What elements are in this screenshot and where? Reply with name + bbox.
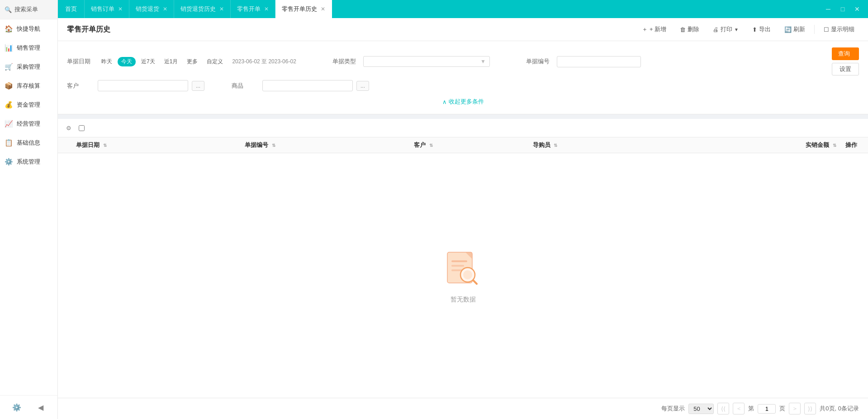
last-page-btn[interactable]: ⟩⟩: [804, 403, 816, 414]
window-minimize-btn[interactable]: ─: [822, 3, 835, 15]
date-btn-custom[interactable]: 自定义: [203, 57, 227, 66]
collapse-label: 收起更多条件: [449, 98, 484, 106]
empty-state: 暂无数据: [58, 153, 868, 398]
tab-close-sales-order[interactable]: ✕: [118, 6, 123, 12]
filter-row-1: 单据日期 昨天今天近7天近1月更多自定义 2023-06-02 至 2023-0…: [67, 47, 859, 75]
svg-rect-2: [451, 260, 467, 262]
settings-filter-button[interactable]: 设置: [832, 63, 859, 75]
svg-rect-3: [451, 265, 464, 267]
col-salesperson[interactable]: 导购员 ⇅: [528, 137, 672, 153]
date-label: 单据日期: [67, 57, 94, 66]
sort-salesperson-icon: ⇅: [554, 143, 557, 148]
date-btn-more[interactable]: 更多: [183, 57, 201, 66]
page-input[interactable]: [758, 404, 776, 414]
refresh-button[interactable]: 🔄 刷新: [780, 24, 810, 35]
filter-row-2: 客户 ... 商品 ...: [67, 80, 859, 91]
empty-text: 暂无数据: [451, 296, 476, 304]
svg-point-8: [463, 270, 472, 279]
tab-label-retail-open: 零售开单: [237, 5, 261, 13]
pagination-total: 共0页, 0条记录: [820, 405, 859, 413]
query-button[interactable]: 查询: [832, 47, 859, 60]
tab-sales-order[interactable]: 销售订单✕: [85, 0, 129, 18]
sidebar-icon-finance: 💰: [5, 101, 13, 109]
sidebar-label-operations: 经营管理: [17, 120, 40, 128]
tab-retail-open-history[interactable]: 零售开单历史✕: [275, 0, 332, 18]
date-btn-last7[interactable]: 近7天: [138, 57, 159, 66]
sidebar-collapse-btn[interactable]: ◀: [33, 400, 48, 414]
col-date[interactable]: 单据日期 ⇅: [71, 137, 240, 153]
goods-input-wrapper: [262, 80, 353, 91]
main-area: 首页销售订单✕销货退货✕销货退货历史✕零售开单✕零售开单历史✕ ─ □ ✕ 零售…: [58, 0, 868, 419]
table-settings-btn[interactable]: ⚙: [62, 122, 75, 134]
date-buttons: 昨天今天近7天近1月更多自定义: [98, 57, 227, 66]
sidebar-label-purchase-mgmt: 采购管理: [17, 63, 40, 71]
refresh-icon: 🔄: [784, 26, 792, 33]
sidebar-item-purchase-mgmt[interactable]: 🛒采购管理: [0, 57, 57, 76]
checkbox-icon: ☐: [824, 26, 829, 33]
sidebar-item-sales-mgmt[interactable]: 📊销售管理: [0, 38, 57, 57]
tab-close-sales-return[interactable]: ✕: [163, 6, 167, 12]
sidebar-nav: 🏠快捷导航📊销售管理🛒采购管理📦库存核算💰资金管理📈经营管理📋基础信息⚙️系统管…: [0, 19, 57, 395]
goods-input[interactable]: [266, 82, 349, 89]
first-page-btn[interactable]: ⟨⟨: [717, 403, 729, 414]
print-button[interactable]: 🖨 打印 ▼: [708, 24, 743, 35]
delete-button[interactable]: 🗑 删除: [675, 24, 704, 35]
tab-close-retail-open[interactable]: ✕: [264, 6, 269, 12]
doc-number-filter-group: 单据编号: [526, 56, 641, 67]
page-header: 零售开单历史 ＋ + 新增 🗑 删除 🖨 打印 ▼ ⬆ 导出: [58, 18, 868, 41]
sidebar-search[interactable]: 🔍 搜索采单: [0, 0, 57, 19]
tab-home[interactable]: 首页: [58, 0, 85, 18]
collapse-more-btn[interactable]: ∧ 收起更多条件: [67, 96, 859, 108]
sidebar-icon-system: ⚙️: [5, 158, 13, 166]
display-detail-button[interactable]: ☐ 显示明细: [819, 24, 859, 35]
sidebar-label-basic-info: 基础信息: [17, 139, 40, 147]
sidebar-item-system[interactable]: ⚙️系统管理: [0, 152, 57, 171]
per-page-select[interactable]: 102050100: [688, 404, 714, 414]
export-button[interactable]: ⬆ 导出: [748, 24, 775, 35]
doc-type-filter-group: 单据类型 ▼: [332, 56, 490, 67]
add-button[interactable]: ＋ + 新增: [637, 24, 671, 35]
doc-number-input[interactable]: [561, 58, 637, 65]
prev-page-btn[interactable]: ＜: [733, 403, 745, 414]
tab-retail-open[interactable]: 零售开单✕: [231, 0, 275, 18]
doc-type-select[interactable]: ▼: [363, 56, 490, 67]
sidebar-item-quick-nav[interactable]: 🏠快捷导航: [0, 19, 57, 38]
date-btn-last_month[interactable]: 近1月: [161, 57, 182, 66]
window-close-btn[interactable]: ✕: [851, 3, 863, 15]
sidebar-item-basic-info[interactable]: 📋基础信息: [0, 133, 57, 152]
sidebar-item-finance[interactable]: 💰资金管理: [0, 95, 57, 114]
date-btn-yesterday[interactable]: 昨天: [98, 57, 116, 66]
toolbar: ＋ + 新增 🗑 删除 🖨 打印 ▼ ⬆ 导出 🔄: [637, 24, 859, 35]
window-maximize-btn[interactable]: □: [836, 3, 849, 15]
sidebar-item-operations[interactable]: 📈经营管理: [0, 114, 57, 133]
date-btn-today[interactable]: 今天: [118, 57, 136, 66]
table-toolbar: ⚙: [58, 119, 868, 137]
tab-label-sales-return-history: 销货退货历史: [180, 5, 216, 13]
customer-input[interactable]: [102, 82, 184, 89]
tab-close-sales-return-history[interactable]: ✕: [219, 6, 224, 12]
goods-dots-button[interactable]: ...: [356, 81, 369, 91]
export-label: 导出: [759, 25, 771, 33]
empty-illustration: [441, 248, 486, 288]
customer-dots-button[interactable]: ...: [192, 81, 204, 91]
page-label-pre: 第: [748, 405, 754, 413]
tab-sales-return[interactable]: 销货退货✕: [129, 0, 174, 18]
sidebar-settings-btn[interactable]: ⚙️: [9, 400, 24, 414]
select-all-checkbox[interactable]: [79, 125, 85, 131]
customer-filter-group: 客户 ...: [67, 80, 204, 91]
col-customer[interactable]: 客户 ⇅: [409, 137, 528, 153]
col-amount[interactable]: 实销金额 ⇅: [672, 137, 841, 153]
sidebar-search-label: 搜索采单: [14, 5, 38, 14]
sidebar-icon-quick-nav: 🏠: [5, 25, 13, 33]
sidebar-item-inventory[interactable]: 📦库存核算: [0, 76, 57, 95]
tab-close-retail-open-history[interactable]: ✕: [321, 6, 325, 12]
sort-amount-icon: ⇅: [833, 143, 836, 148]
tab-sales-return-history[interactable]: 销货退货历史✕: [174, 0, 231, 18]
data-table: 单据日期 ⇅ 单据编号 ⇅ 客户 ⇅ 导购员 ⇅: [58, 137, 868, 153]
customer-label: 客户: [67, 82, 94, 90]
sidebar-label-system: 系统管理: [17, 158, 40, 166]
next-page-btn[interactable]: ＞: [789, 403, 801, 414]
doc-type-label: 单据类型: [332, 57, 360, 66]
col-number[interactable]: 单据编号 ⇅: [240, 137, 409, 153]
doc-number-label: 单据编号: [526, 57, 553, 66]
